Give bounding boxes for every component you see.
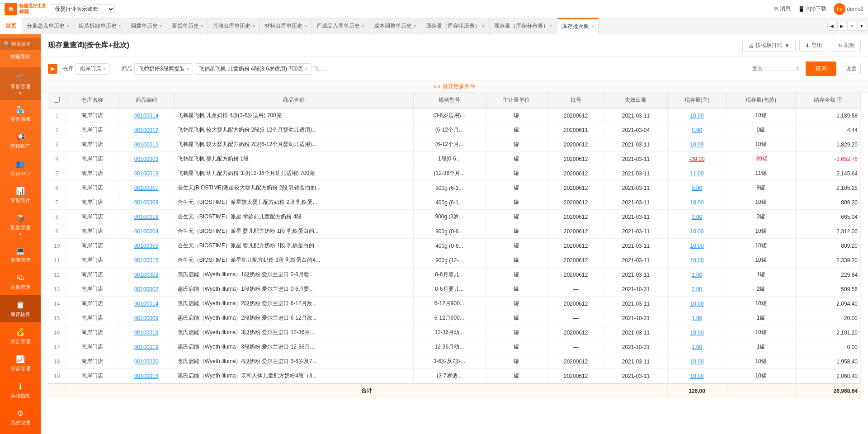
code-link[interactable]: 00100003 <box>134 156 158 162</box>
settings-btn[interactable]: 设置 <box>842 63 861 75</box>
close-tab-8[interactable]: × <box>414 24 416 28</box>
code-link[interactable]: 00100013 <box>134 170 158 177</box>
row-name: 合生元（BIOSTIME）派星 婴儿配方奶粉 1段 乳铁蛋白的... <box>175 239 413 253</box>
tab-8[interactable]: 成本调整单历史 × <box>369 18 421 34</box>
product-tag-1[interactable]: 飞鹤奶粉3段两提装 × <box>134 63 193 75</box>
close-tab-6[interactable]: × <box>304 24 307 28</box>
code-link[interactable]: 00100014 <box>134 301 158 307</box>
print-btn[interactable]: 🖨 按模板打印 ▼ <box>742 39 796 52</box>
close-tab-2[interactable]: × <box>118 24 121 28</box>
tab-2[interactable]: 组装拆卸单历史 × <box>74 18 126 34</box>
tab-4[interactable]: 要货单历史 × <box>167 18 208 34</box>
code-link[interactable]: 00100019 <box>134 330 158 336</box>
row-spec: (6-12个月... <box>413 123 485 137</box>
sidebar-item-member[interactable]: 👥 会员中心 <box>0 154 41 181</box>
code-link[interactable]: 00100012 <box>134 142 158 148</box>
code-link[interactable]: 00100004 <box>134 228 158 235</box>
close-tab-5[interactable]: × <box>252 24 255 28</box>
sidebar-item-collab[interactable]: 🔗 企业协同 <box>0 431 41 434</box>
sidebar-item-inventory[interactable]: 📋 库存核算 <box>0 295 41 322</box>
sidebar-item-wholesale[interactable]: 📦 批发管理 ▼ <box>0 208 41 241</box>
retail-mgmt-icon: 🛒 <box>15 72 25 82</box>
code-link[interactable]: 00100002 <box>134 272 158 278</box>
tab-active[interactable]: 库存批次账 × <box>557 18 599 34</box>
export-btn[interactable]: ⬇ 导出 <box>799 39 828 52</box>
close-tab-10[interactable]: × <box>550 24 553 28</box>
breadcrumb-select[interactable]: 母婴行业演示账套 <box>50 4 115 14</box>
warehouse-tag-remove[interactable]: × <box>103 66 106 71</box>
tab-1[interactable]: 分量盘点单历史 × <box>22 18 74 34</box>
sidebar-item-purchase[interactable]: 🛍 采购管理 <box>0 268 41 295</box>
row-spec: 400g (0-6... <box>413 239 485 253</box>
code-link[interactable]: 00100005 <box>134 243 158 249</box>
sidebar-item-retail-mall[interactable]: 🏪 零售商城 <box>0 100 41 127</box>
refresh-btn[interactable]: ↻ 刷新 <box>832 39 861 52</box>
code-link[interactable]: 00100019 <box>134 344 158 350</box>
message-btn[interactable]: ✉ 消息 <box>774 5 791 13</box>
code-link[interactable]: 00100012 <box>134 127 158 133</box>
code-link[interactable]: 00100018 <box>134 373 158 379</box>
code-link[interactable]: 00100002 <box>134 286 158 292</box>
row-unit: 罐 <box>485 152 547 166</box>
close-tab-3[interactable]: × <box>160 24 162 28</box>
row-qty-pkg: 0罐 <box>726 123 796 137</box>
select-all-checkbox[interactable] <box>54 97 60 103</box>
sidebar-item-marketing[interactable]: 📢 营销推广 <box>0 127 41 154</box>
code-link[interactable]: 00100016 <box>134 214 158 220</box>
warehouse-tag[interactable]: 南岸门店 × <box>75 63 110 75</box>
user-menu[interactable]: Ea demo2 <box>834 3 863 15</box>
sidebar-item-basic-info[interactable]: ℹ 基础信息 <box>0 377 41 404</box>
code-link[interactable]: 00100008 <box>134 199 158 206</box>
nav-close-all[interactable]: × <box>847 22 856 31</box>
row-code: 00100003 <box>118 152 175 166</box>
nav-left-arrow[interactable]: ◀ <box>827 22 836 31</box>
row-spec: 6-12月900... <box>413 311 485 326</box>
tab-7[interactable]: 产成品入库单历史 × <box>312 18 369 34</box>
nav-tabs: 首页 分量盘点单历史 × 组装拆卸单历史 × 调拨单历史 × 要货单历史 × 其… <box>0 18 868 34</box>
code-link[interactable]: 00100015 <box>134 257 158 264</box>
product-tag-1-remove[interactable]: × <box>187 66 189 71</box>
row-name: 合生元(BIOSTIME)派星较大婴儿配方奶粉 2段 乳铁蛋白的... <box>175 181 413 195</box>
tab-5[interactable]: 其他出库单历史 × <box>208 18 260 34</box>
sidebar-item-retail-mgmt[interactable]: 🛒 零售管理 ▼ <box>0 67 41 100</box>
row-batch: 20200612 <box>547 297 604 311</box>
close-tab-active[interactable]: × <box>591 24 594 29</box>
tab-9[interactable]: 现存量（库存状况表） × <box>421 18 490 34</box>
nav-right-arrow[interactable]: ▶ <box>837 22 846 31</box>
sidebar-item-operations[interactable]: 📈 经营管理 <box>0 349 41 377</box>
close-tab-7[interactable]: × <box>362 24 364 28</box>
row-warehouse: 南岸门店 <box>66 297 118 311</box>
close-tab-4[interactable]: × <box>201 24 203 28</box>
nav-menu[interactable]: ▼ <box>857 22 866 31</box>
sidebar-item-retail-stats[interactable]: 📊 零售统计 <box>0 181 41 208</box>
row-num: 14 <box>48 297 66 311</box>
code-link[interactable]: 00100014 <box>134 113 158 119</box>
code-link[interactable]: 00100020 <box>134 359 158 365</box>
row-name: 飞鹤星飞帆 幼儿配方奶粉 3段(12-36个月幼儿适用) 700克 <box>175 166 413 181</box>
search-menu-input[interactable] <box>11 41 37 47</box>
sidebar-label-basic-info: 基础信息 <box>10 392 30 399</box>
close-tab-1[interactable]: × <box>66 24 69 28</box>
tab-10[interactable]: 现存量（库存分布表） × <box>490 18 558 34</box>
product-tag-2-remove[interactable]: × <box>305 66 307 71</box>
tab-3[interactable]: 调拨单历史 × <box>126 18 167 34</box>
sidebar-item-ecommerce[interactable]: 💻 电商管理 <box>0 241 41 268</box>
sidebar-item-finance[interactable]: 💰 资金管理 <box>0 322 41 349</box>
close-tab-9[interactable]: × <box>482 24 485 28</box>
query-btn[interactable]: 查询 <box>806 61 836 76</box>
search-menu-area[interactable]: 🔍 <box>0 38 41 50</box>
app-download-btn[interactable]: 📱 App下载 <box>798 5 826 13</box>
row-batch: 20200612 <box>547 181 604 195</box>
code-link[interactable]: 00100007 <box>134 185 158 191</box>
row-qty-pkg: 2罐 <box>726 282 796 297</box>
expand-more-btn[interactable]: ∨∨ 展开更多条件 <box>41 81 868 93</box>
col-expire: 失效日期 <box>604 93 667 108</box>
sidebar-item-quick-nav[interactable]: 快捷导航 <box>0 50 41 64</box>
code-link[interactable]: 00100009 <box>134 315 158 321</box>
product-tag-2[interactable]: 飞鹤星飞帆 儿童奶粉 4段(3-6岁适用) 700克 × <box>195 63 311 75</box>
expand-toggle-btn[interactable]: ▶ <box>48 64 57 74</box>
tab-6[interactable]: 材料出库单历史 × <box>260 18 312 34</box>
col-checkbox[interactable] <box>48 93 66 108</box>
sidebar-item-system[interactable]: ⚙ 系统管理 <box>0 404 41 431</box>
tab-home[interactable]: 首页 <box>0 18 22 34</box>
